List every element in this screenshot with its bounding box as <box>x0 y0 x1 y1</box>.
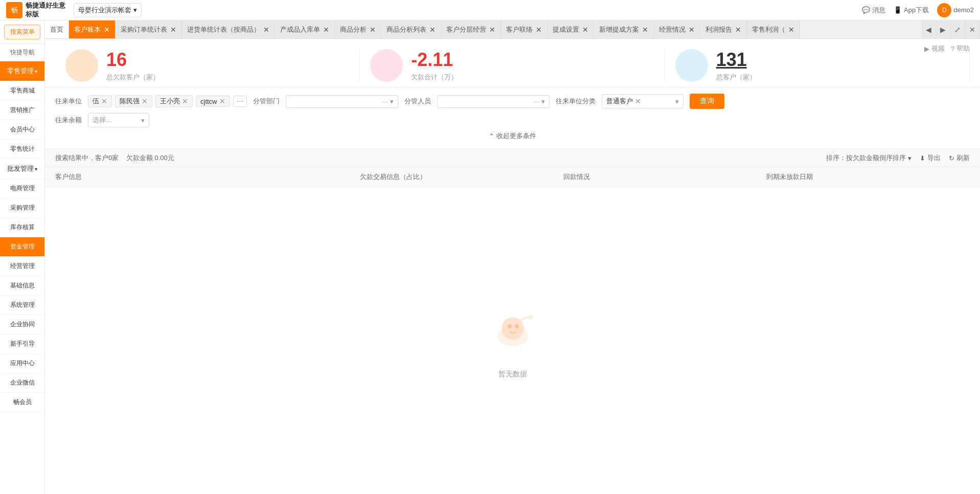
logo-area: 畅 畅捷通好生意 标版 <box>6 2 65 19</box>
export-button[interactable]: ⬇ 导出 <box>920 153 941 163</box>
sidebar-item-marketing[interactable]: 营销推广 <box>0 101 44 120</box>
unit-class-filter-select[interactable]: 普通客户 ✕ ▾ <box>602 94 683 108</box>
tab-close-customer_contact[interactable]: ✕ <box>536 26 542 34</box>
quick-nav-button[interactable]: 快捷导航 <box>0 44 44 61</box>
tab-close-purchase_orders[interactable]: ✕ <box>170 26 176 34</box>
sidebar-item-basic_info[interactable]: 基础信息 <box>0 276 44 296</box>
tab-close-new_promotion_plan[interactable]: ✕ <box>642 26 648 34</box>
person-chevron-icon: ▾ <box>541 98 545 105</box>
tab-promotion_settings[interactable]: 提成设置✕ <box>548 20 594 38</box>
stat-total-customers-text: 131 总客户（家） <box>716 49 756 82</box>
sidebar-item-wholesale[interactable]: 批发管理▾ <box>0 159 44 179</box>
video-button[interactable]: ▶ 视频 <box>924 44 945 53</box>
person-filter-dots[interactable]: ··· <box>534 98 539 105</box>
unit-tag-2-close[interactable]: ✕ <box>182 97 188 105</box>
sidebar-item-operations[interactable]: 经营管理 <box>0 257 44 276</box>
tab-next-button[interactable]: ▶ <box>936 20 950 38</box>
result-summary: 搜索结果中，客户0家 欠款金额 0.00元 <box>55 153 174 163</box>
unit-tag-3: cjttcw ✕ <box>196 96 230 107</box>
sort-select[interactable]: 排序：按欠款金额倒序排序 ▾ <box>826 153 911 163</box>
help-button[interactable]: ? 帮助 <box>951 44 970 53</box>
tab-close-production_inbound[interactable]: ✕ <box>323 26 329 34</box>
stats-row: ¥ 16 总欠款客户（家） ! <box>45 39 980 87</box>
app-download-button[interactable]: 📱 App下载 <box>894 6 929 15</box>
unit-tag-more[interactable]: ··· <box>233 96 247 107</box>
svg-point-11 <box>508 324 512 328</box>
sidebar-item-procurement[interactable]: 采购管理 <box>0 198 44 218</box>
tab-purchase_orders[interactable]: 采购订单统计表✕ <box>116 20 182 38</box>
unit-tag-3-close[interactable]: ✕ <box>219 97 225 105</box>
tabs-container: 首页客户账本✕采购订单统计表✕进货单统计表（按商品）✕产成品入库单✕商品分析✕商… <box>45 20 922 38</box>
sidebar-item-retail_stats[interactable]: 零售统计 <box>0 140 44 159</box>
user-menu[interactable]: D demo2 <box>937 3 974 17</box>
tab-close-product_analysis[interactable]: ✕ <box>370 26 376 34</box>
unit-class-tag-close[interactable]: ✕ <box>635 97 641 105</box>
svg-point-12 <box>515 324 519 328</box>
tab-close-promotion_settings[interactable]: ✕ <box>582 26 588 34</box>
unit-class-chevron-icon: ▾ <box>675 98 679 105</box>
balance-filter-select[interactable]: 选择... ▾ <box>88 113 149 127</box>
tab-inbound_stats[interactable]: 进货单统计表（按商品）✕ <box>182 20 275 38</box>
tab-close-product_analysis_list[interactable]: ✕ <box>429 26 436 34</box>
svg-text:!: ! <box>386 65 388 73</box>
sidebar-item-retail[interactable]: 零售管理▾ <box>0 61 44 81</box>
tab-production_inbound[interactable]: 产成品入库单✕ <box>275 20 335 38</box>
sidebar-item-ecommerce[interactable]: 电商管理 <box>0 179 44 198</box>
tab-close-customer_segment[interactable]: ✕ <box>489 26 495 34</box>
tab-customer_segment[interactable]: 客户分层经营✕ <box>441 20 501 38</box>
refresh-button[interactable]: ↻ 刷新 <box>949 153 970 163</box>
sidebar-item-enterprise_coop[interactable]: 企业协同 <box>0 315 44 334</box>
message-button[interactable]: 💬 消息 <box>862 6 885 15</box>
dept-filter-select[interactable]: ··· ▾ <box>286 95 398 108</box>
tab-close-accounts[interactable]: ✕ <box>104 26 110 34</box>
tab-close-business_status[interactable]: ✕ <box>689 26 695 34</box>
sidebar-item-system[interactable]: 系统管理 <box>0 296 44 315</box>
main-layout: 搜索菜单 快捷导航 零售管理▾零售商城营销推广会员中心零售统计批发管理▾电商管理… <box>0 20 980 494</box>
filter-row-2: 往来余额 选择... ▾ <box>55 113 970 127</box>
tab-close-retail_profit[interactable]: ✕ <box>788 26 794 34</box>
tab-home[interactable]: 首页 <box>45 20 69 38</box>
collapse-more-button[interactable]: ⌃ 收起更多条件 <box>489 131 536 141</box>
top-bar-right: 💬 消息 📱 App下载 D demo2 <box>862 3 974 17</box>
tab-business_status[interactable]: 经营情况✕ <box>654 20 700 38</box>
sidebar-item-app_center[interactable]: 应用中心 <box>0 354 44 373</box>
org-selector[interactable]: 母婴行业演示帐套 ▾ <box>74 3 142 17</box>
empty-state: 暂无数据 <box>45 187 980 494</box>
query-button[interactable]: 查询 <box>690 94 724 109</box>
unit-tag-0-close[interactable]: ✕ <box>101 97 107 105</box>
page-actions: ▶ 视频 ? 帮助 <box>924 44 970 53</box>
result-bar: 搜索结果中，客户0家 欠款金额 0.00元 排序：按欠款金额倒序排序 ▾ ⬇ 导… <box>45 149 980 167</box>
tab-fullscreen-button[interactable]: ⤢ <box>950 20 965 38</box>
sidebar-item-retail_mall[interactable]: 零售商城 <box>0 81 44 101</box>
tab-product_analysis_list[interactable]: 商品分析列表✕ <box>381 20 441 38</box>
unit-tag-1-close[interactable]: ✕ <box>142 97 148 105</box>
sidebar-item-new_guide[interactable]: 新手引导 <box>0 334 44 354</box>
tab-close-all-button[interactable]: ✕ <box>965 20 980 38</box>
sidebar-item-vip_member[interactable]: 畅会员 <box>0 393 44 412</box>
tab-product_analysis[interactable]: 商品分析✕ <box>335 20 381 38</box>
credit-amount-label: 欠款合计（万） <box>411 73 458 82</box>
svg-rect-5 <box>691 62 700 74</box>
dept-filter-dots[interactable]: ··· <box>382 98 388 105</box>
tab-retail_profit[interactable]: 零售利润（✕ <box>747 20 800 38</box>
svg-rect-8 <box>696 65 698 68</box>
tab-new_promotion_plan[interactable]: 新增提成方案✕ <box>594 20 654 38</box>
credit-customers-label: 总欠款客户（家） <box>106 73 159 82</box>
unit-filter-tags: 伍 ✕ 陈民强 ✕ 王小亮 ✕ cjttcw ✕ <box>88 95 247 107</box>
sidebar-item-member[interactable]: 会员中心 <box>0 120 44 140</box>
search-menu-button[interactable]: 搜索菜单 <box>4 25 40 39</box>
sort-chevron-icon: ▾ <box>908 154 911 162</box>
tab-accounts[interactable]: 客户账本✕ <box>69 20 116 38</box>
tab-profit_report[interactable]: 利润报告✕ <box>700 20 747 38</box>
person-filter-select[interactable]: ··· ▾ <box>437 95 550 108</box>
tab-prev-button[interactable]: ◀ <box>922 20 936 38</box>
sidebar-item-inventory[interactable]: 库存核算 <box>0 218 44 237</box>
filter-area: 往来单位 伍 ✕ 陈民强 ✕ 王小亮 ✕ <box>45 87 980 149</box>
empty-text: 暂无数据 <box>498 370 527 379</box>
col-credit-info: 欠款交易信息（占比） <box>360 172 563 182</box>
tab-close-inbound_stats[interactable]: ✕ <box>263 26 269 34</box>
sidebar-item-finance[interactable]: 资金管理 <box>0 237 44 257</box>
tab-customer_contact[interactable]: 客户联络✕ <box>501 20 548 38</box>
tab-close-profit_report[interactable]: ✕ <box>735 26 741 34</box>
sidebar-item-enterprise_wechat[interactable]: 企业微信 <box>0 373 44 393</box>
